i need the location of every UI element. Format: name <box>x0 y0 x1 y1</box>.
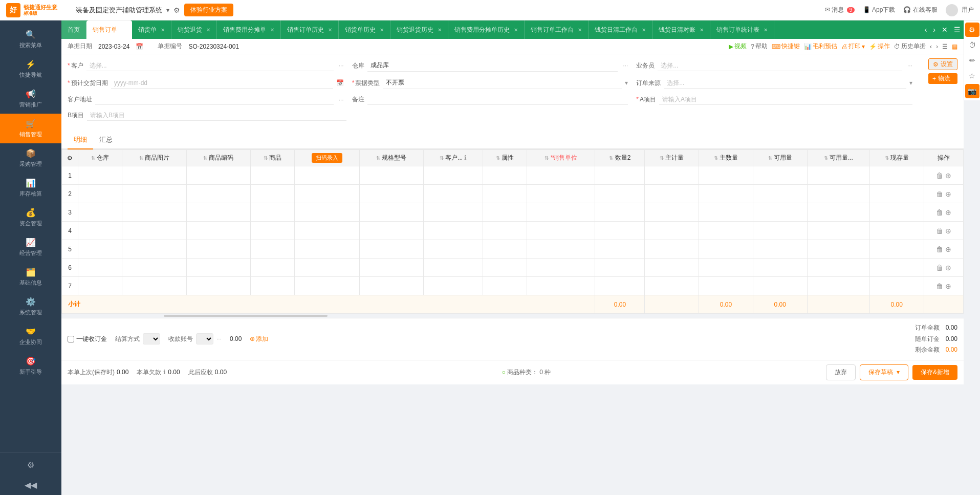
sidebar-item-operations[interactable]: 📈 经营管理 <box>0 232 61 262</box>
right-panel-edit[interactable]: ✏ <box>965 53 979 68</box>
grid-view-icon[interactable]: ▦ <box>952 43 957 50</box>
cell-sales-unit[interactable] <box>527 166 595 185</box>
right-panel-scanner[interactable]: 📷 <box>965 84 979 98</box>
tab-close-icon[interactable]: ✕ <box>121 27 125 33</box>
tab-close-all-button[interactable]: ✕ <box>939 26 951 34</box>
right-panel-history[interactable]: ⏱ <box>965 38 979 52</box>
help-link[interactable]: ? 帮助 <box>751 42 768 51</box>
col-current-stock[interactable]: 现存量 <box>869 150 924 166</box>
calendar-icon[interactable]: 📅 <box>136 43 143 50</box>
copy-row-icon[interactable]: ⊕ <box>945 171 951 180</box>
col-qty2[interactable]: 数量2 <box>595 150 645 166</box>
delete-row-icon[interactable]: 🗑 <box>936 245 943 253</box>
next-record-icon[interactable]: › <box>936 43 938 50</box>
tab-close-icon[interactable]: ✕ <box>642 27 646 33</box>
cell-current-stock[interactable] <box>869 166 924 185</box>
bank-account-select[interactable] <box>196 333 213 345</box>
message-link[interactable]: ✉ 消息 9 <box>825 6 855 14</box>
tab-close-icon[interactable]: ✕ <box>161 27 165 33</box>
profit-link[interactable]: 📊 毛利预估 <box>804 42 837 51</box>
col-sales-unit[interactable]: *销售单位 <box>527 150 595 166</box>
a-project-input[interactable] <box>659 94 912 105</box>
cell-available2[interactable] <box>807 166 869 185</box>
shortcut-link[interactable]: ⌨ 快捷键 <box>772 42 800 51</box>
save-draft-dropdown-icon[interactable]: ▾ <box>897 369 900 376</box>
tab-close-icon[interactable]: ✕ <box>206 27 210 33</box>
list-view-icon[interactable]: ☰ <box>942 43 948 50</box>
sidebar-item-base[interactable]: 🗂️ 基础信息 <box>0 262 61 292</box>
scroll-indicator[interactable] <box>164 315 328 317</box>
tab-sales-fee-split[interactable]: 销售费用分摊单 ✕ <box>217 20 281 39</box>
settings-button[interactable]: ⚙ 设置 <box>928 58 957 70</box>
customer-more-icon[interactable]: ··· <box>339 62 344 69</box>
right-panel-settings[interactable]: ⚙ <box>965 23 979 37</box>
cell-attribute[interactable] <box>483 166 527 185</box>
save-new-button[interactable]: 保存&新增 <box>912 365 957 380</box>
delete-row-icon[interactable]: 🗑 <box>936 282 943 290</box>
logistics-button[interactable]: + 物流 <box>928 73 957 84</box>
delete-row-icon[interactable]: 🗑 <box>936 264 943 272</box>
payment-method-select[interactable] <box>143 333 160 345</box>
copy-row-icon[interactable]: ⊕ <box>945 264 951 272</box>
customer-input[interactable] <box>86 60 334 71</box>
scan-button[interactable]: 扫码录入 <box>312 153 342 163</box>
tab-close-icon[interactable]: ✕ <box>438 27 442 33</box>
sidebar-item-purchase[interactable]: 📦 采购管理 <box>0 143 61 173</box>
tab-sales-refund[interactable]: 销货退货 ✕ <box>171 20 217 39</box>
print-dropdown-icon[interactable]: ▾ <box>862 43 865 50</box>
tab-sales-fee-history[interactable]: 销售费用分摊单历史 ✕ <box>448 20 525 39</box>
right-panel-star[interactable]: ☆ <box>965 69 979 83</box>
col-scan[interactable]: 扫码录入 <box>295 150 360 166</box>
col-product-img[interactable]: 商品图片 <box>122 150 186 166</box>
delete-row-icon[interactable]: 🗑 <box>936 171 943 180</box>
online-service-link[interactable]: 🎧 在线客服 <box>903 6 937 14</box>
tab-summary[interactable]: 汇总 <box>93 131 119 149</box>
sidebar-item-sales[interactable]: 🛒 销售管理 <box>0 114 61 143</box>
col-available2[interactable]: 可用量... <box>807 150 869 166</box>
invoice-dropdown-icon[interactable]: ▾ <box>625 79 628 87</box>
sidebar-item-settings[interactable]: ⚙ <box>0 455 61 475</box>
product-count-link[interactable]: ○ 商品种类： 0 种 <box>502 369 551 376</box>
tab-sales-order-stats[interactable]: 销售订单统计表 ✕ <box>710 20 774 39</box>
tab-close-icon[interactable]: ✕ <box>578 27 582 33</box>
tab-sales-order-workbench[interactable]: 销售订单工作台 ✕ <box>525 20 589 39</box>
tab-cash-daily-reconcile[interactable]: 钱货日清对账 ✕ <box>652 20 710 39</box>
delete-row-icon[interactable]: 🗑 <box>936 208 943 217</box>
col-spec[interactable]: 规格型号 <box>359 150 423 166</box>
delivery-date-input[interactable] <box>111 78 333 89</box>
cell-product-img[interactable] <box>122 166 186 185</box>
tab-sales-return-history[interactable]: 销货单历史 ✕ <box>339 20 390 39</box>
tab-close-icon[interactable]: ✕ <box>328 27 332 33</box>
order-source-input[interactable] <box>664 78 906 89</box>
copy-row-icon[interactable]: ⊕ <box>945 208 951 217</box>
history-link[interactable]: ⏱ 历史单据 <box>894 42 926 51</box>
tab-close-icon[interactable]: ✕ <box>700 27 704 33</box>
cell-main-unit[interactable] <box>645 166 699 185</box>
quick-order-checkbox[interactable]: 一键收订金 <box>68 335 107 343</box>
copy-row-icon[interactable]: ⊕ <box>945 282 951 290</box>
sidebar-item-marketing[interactable]: 📢 营销推广 <box>0 84 61 114</box>
tab-prev-button[interactable]: ‹ <box>922 26 930 34</box>
tab-sales-refund-history[interactable]: 销货退货历史 ✕ <box>390 20 448 39</box>
tab-detail[interactable]: 明细 <box>68 131 93 149</box>
sidebar-item-inventory[interactable]: 📊 库存核算 <box>0 173 61 203</box>
cell-product[interactable] <box>250 166 294 185</box>
warehouse-more-icon[interactable]: ··· <box>623 62 628 69</box>
print-link[interactable]: 🖨 打印 ▾ <box>841 42 865 51</box>
order-source-dropdown-icon[interactable]: ▾ <box>909 79 912 87</box>
cell-customer-code[interactable] <box>424 166 483 185</box>
cell-qty2[interactable] <box>595 166 645 185</box>
sidebar-item-system[interactable]: ⚙️ 系统管理 <box>0 292 61 321</box>
sidebar-item-enterprise[interactable]: 🤝 企业协同 <box>0 321 61 351</box>
address-more-icon[interactable]: ··· <box>339 96 344 103</box>
user-area[interactable]: 用户 <box>946 4 974 16</box>
copy-row-icon[interactable]: ⊕ <box>945 245 951 253</box>
ops-link[interactable]: ⚡ 操作 <box>869 42 890 51</box>
industry-solution-button[interactable]: 体验行业方案 <box>184 4 233 16</box>
tab-close-icon[interactable]: ✕ <box>764 27 768 33</box>
sidebar-item-guide[interactable]: 🎯 新手引导 <box>0 351 61 381</box>
app-download-link[interactable]: 📱 App下载 <box>863 6 895 14</box>
col-warehouse[interactable]: 仓库 <box>78 150 122 166</box>
tab-sales-order-history[interactable]: 销售订单历史 ✕ <box>281 20 339 39</box>
cell-scan[interactable] <box>295 166 360 185</box>
